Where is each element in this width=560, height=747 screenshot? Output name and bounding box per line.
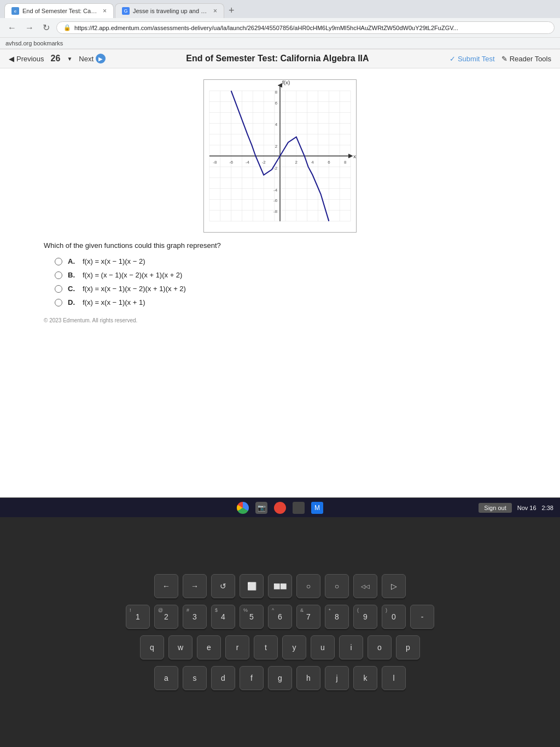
keyboard-fn-row: ← → ↺ ⬜ ⬜⬜ ○ ○ ◁◁ ▷ — [154, 574, 406, 598]
bookmarks-bar: avhsd.org bookmarks — [0, 37, 560, 49]
tab-favicon-2: G — [122, 7, 130, 15]
key-2[interactable]: @2 — [154, 605, 178, 629]
taskbar: 📷 M Sign out Nov 16 2:38 — [0, 497, 560, 517]
tab-close-1[interactable]: × — [103, 7, 107, 15]
key-5[interactable]: %5 — [240, 605, 264, 629]
key-8[interactable]: *8 — [325, 605, 349, 629]
previous-button[interactable]: ◀ Previous — [9, 55, 44, 63]
key-vol-up[interactable]: ▷ — [382, 574, 406, 598]
svg-text:-4: -4 — [246, 160, 250, 165]
next-label: Next — [79, 55, 94, 63]
address-bar[interactable]: 🔒 https://f2.app.edmentum.com/assessment… — [56, 21, 555, 34]
key-6[interactable]: ^6 — [268, 605, 292, 629]
choice-B[interactable]: B. f(x) = (x − 1)(x − 2)(x + 1)(x + 2) — [55, 271, 538, 279]
next-button[interactable]: Next ▶ — [79, 54, 106, 63]
svg-text:8: 8 — [344, 160, 347, 165]
key-4[interactable]: $4 — [211, 605, 235, 629]
tab-close-2[interactable]: × — [213, 7, 217, 15]
forward-button[interactable]: → — [23, 22, 36, 34]
key-t[interactable]: t — [254, 635, 278, 659]
choice-formula-D: f(x) = x(x − 1)(x + 1) — [83, 298, 145, 306]
key-brightness-up[interactable]: ○ — [325, 574, 349, 598]
key-h[interactable]: h — [296, 666, 320, 690]
tab-title-2: Jesse is traveling up and down — [133, 8, 208, 14]
key-minus[interactable]: - — [410, 605, 434, 629]
svg-text:4: 4 — [311, 160, 314, 165]
answer-choices: A. f(x) = x(x − 1)(x − 2) B. f(x) = (x −… — [55, 257, 538, 306]
radio-B[interactable] — [55, 271, 62, 279]
key-u[interactable]: u — [311, 635, 335, 659]
key-windows[interactable]: ⬜⬜ — [268, 574, 292, 598]
svg-text:-6: -6 — [229, 160, 234, 165]
key-i[interactable]: i — [339, 635, 363, 659]
key-r[interactable]: r — [225, 635, 249, 659]
reader-tools-button[interactable]: ✎ Reader Tools — [501, 55, 551, 63]
key-0[interactable]: )0 — [382, 605, 406, 629]
key-o[interactable]: o — [368, 635, 392, 659]
key-1[interactable]: !1 — [126, 605, 150, 629]
tab-end-of-semester[interactable]: e End of Semester Test: California × — [4, 3, 114, 18]
function-graph: x f(x) -8 -6 -4 -2 2 4 6 8 — [203, 79, 357, 233]
choice-formula-C: f(x) = x(x − 1)(x − 2)(x + 1)(x + 2) — [83, 285, 186, 293]
next-circle-icon: ▶ — [96, 54, 106, 63]
taskbar-icon-3[interactable] — [274, 502, 286, 514]
new-tab-button[interactable]: + — [225, 5, 238, 16]
choice-A[interactable]: A. f(x) = x(x − 1)(x − 2) — [55, 257, 538, 265]
key-f[interactable]: f — [240, 666, 264, 690]
question-dropdown-icon[interactable]: ▼ — [67, 56, 72, 62]
prev-arrow-icon: ◀ — [9, 55, 14, 63]
choice-D[interactable]: D. f(x) = x(x − 1)(x + 1) — [55, 298, 538, 306]
taskbar-time: 2:38 — [542, 505, 553, 511]
key-forward[interactable]: → — [183, 574, 207, 598]
key-back[interactable]: ← — [154, 574, 178, 598]
chrome-icon[interactable] — [237, 502, 249, 514]
key-q[interactable]: q — [140, 635, 164, 659]
key-refresh[interactable]: ↺ — [211, 574, 235, 598]
tab-jesse[interactable]: G Jesse is traveling up and down × — [115, 3, 224, 18]
svg-text:6: 6 — [275, 101, 278, 106]
submit-test-button[interactable]: ✓ Submit Test — [450, 55, 495, 63]
choice-label-A: A. — [68, 257, 75, 265]
tab-favicon-1: e — [11, 7, 19, 15]
key-w[interactable]: w — [168, 635, 192, 659]
taskbar-right: Sign out Nov 16 2:38 — [479, 503, 553, 513]
key-fullscreen[interactable]: ⬜ — [240, 574, 264, 598]
key-9[interactable]: (9 — [353, 605, 377, 629]
svg-text:-8: -8 — [273, 209, 278, 214]
key-a[interactable]: a — [154, 666, 178, 690]
keyboard-asdf-row: a s d f g h j k l — [154, 666, 406, 690]
tab-bar: e End of Semester Test: California × G J… — [0, 0, 560, 18]
radio-A[interactable] — [55, 258, 62, 265]
key-p[interactable]: p — [396, 635, 420, 659]
back-button[interactable]: ← — [5, 22, 19, 34]
reader-pencil-icon: ✎ — [501, 55, 508, 63]
bookmarks-label: avhsd.org bookmarks — [5, 40, 63, 47]
key-d[interactable]: d — [211, 666, 235, 690]
key-7[interactable]: &7 — [296, 605, 320, 629]
sign-out-button[interactable]: Sign out — [479, 503, 511, 513]
key-y[interactable]: y — [282, 635, 306, 659]
key-3[interactable]: #3 — [183, 605, 207, 629]
key-e[interactable]: e — [197, 635, 221, 659]
radio-C[interactable] — [55, 285, 62, 293]
choice-C[interactable]: C. f(x) = x(x − 1)(x − 2)(x + 1)(x + 2) — [55, 285, 538, 293]
key-k[interactable]: k — [353, 666, 377, 690]
test-title: End of Semester Test: California Algebra… — [112, 54, 443, 63]
previous-label: Previous — [16, 55, 44, 63]
taskbar-icon-5[interactable]: M — [311, 502, 323, 514]
taskbar-icon-4[interactable] — [293, 502, 305, 514]
key-vol-down[interactable]: ◁◁ — [353, 574, 377, 598]
content-area: ◀ Previous 26 ▼ Next ▶ End of Semester T… — [0, 49, 560, 517]
key-l[interactable]: l — [382, 666, 406, 690]
radio-D[interactable] — [55, 299, 62, 306]
svg-text:2: 2 — [275, 144, 278, 149]
submit-check-icon: ✓ — [450, 55, 456, 63]
reload-button[interactable]: ↻ — [40, 21, 52, 34]
key-s[interactable]: s — [183, 666, 207, 690]
taskbar-icon-2[interactable]: 📷 — [255, 502, 267, 514]
key-brightness-down[interactable]: ○ — [296, 574, 320, 598]
key-g[interactable]: g — [268, 666, 292, 690]
key-j[interactable]: j — [325, 666, 349, 690]
question-number[interactable]: 26 — [51, 54, 61, 63]
keyboard-qwerty-row: q w e r t y u i o p — [140, 635, 420, 659]
